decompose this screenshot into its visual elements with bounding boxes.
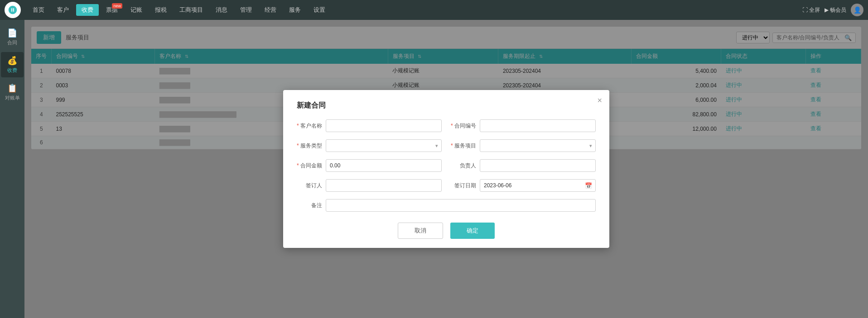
cancel-button[interactable]: 取消 — [398, 223, 443, 239]
contract-icon: 📄 — [7, 28, 17, 38]
field-sign-date: 签订日期 — [451, 179, 596, 192]
nav-right: ⛶ 全屏 ▶ 畅会员 👤 — [802, 4, 863, 16]
sidebar-item-billing[interactable]: 💰 收费 — [1, 52, 24, 77]
top-nav: 首页 客户 收费 票据 new 记账 报税 工商项目 消息 管理 经营 服务 设… — [0, 0, 868, 20]
nav-service[interactable]: 服务 — [284, 4, 306, 16]
sign-date-input[interactable] — [480, 179, 596, 192]
avatar-icon: 👤 — [854, 6, 861, 14]
field-service-type: 服务类型 — [297, 139, 442, 152]
field-contract-amount: 合同金额 — [297, 159, 442, 172]
nav-bookkeeping[interactable]: 记账 — [125, 4, 148, 16]
contract-no-label: 合同编号 — [451, 122, 476, 130]
nav-settings[interactable]: 设置 — [308, 4, 331, 16]
service-item-select-wrapper — [480, 139, 596, 152]
nav-commerce[interactable]: 工商项目 — [174, 4, 208, 16]
signer-input[interactable] — [326, 179, 442, 192]
content-area: 新增 服务项目 进行中 已完成 已取消 🔍 — [24, 20, 868, 318]
member-button[interactable]: ▶ 畅会员 — [825, 6, 846, 14]
statement-icon: 📋 — [7, 83, 17, 93]
nav-invoice[interactable]: 票据 new — [101, 4, 123, 16]
field-contract-no: 合同编号 — [451, 119, 596, 132]
field-customer-name: 客户名称 — [297, 119, 442, 132]
nav-billing[interactable]: 收费 — [76, 4, 99, 16]
sidebar-item-statement[interactable]: 📋 对账单 — [1, 80, 24, 105]
service-item-label: 服务项目 — [451, 142, 476, 150]
fullscreen-icon: ⛶ — [802, 7, 808, 13]
responsible-input[interactable] — [480, 159, 596, 172]
contract-no-input[interactable] — [480, 119, 596, 132]
field-signer: 签订人 — [297, 179, 442, 192]
main-layout: 📄 合同 💰 收费 📋 对账单 新增 服务项目 进行中 已完成 已取消 — [0, 20, 868, 318]
remark-label: 备注 — [297, 202, 322, 209]
play-icon: ▶ — [825, 7, 829, 13]
service-type-select[interactable] — [326, 139, 442, 152]
signer-label: 签订人 — [297, 182, 322, 190]
service-item-select[interactable] — [480, 139, 596, 152]
responsible-label: 负责人 — [451, 162, 476, 170]
nav-items: 首页 客户 收费 票据 new 记账 报税 工商项目 消息 管理 经营 服务 设… — [27, 4, 802, 16]
nav-message[interactable]: 消息 — [210, 4, 233, 16]
customer-name-input[interactable] — [326, 119, 442, 132]
modal-title: 新建合同 — [297, 101, 596, 110]
remark-input[interactable] — [326, 199, 596, 212]
sidebar-item-contract[interactable]: 📄 合同 — [1, 24, 24, 50]
service-type-select-wrapper — [326, 139, 442, 152]
customer-name-label: 客户名称 — [297, 122, 322, 130]
sidebar: 📄 合同 💰 收费 📋 对账单 — [0, 20, 24, 318]
modal-footer: 取消 确定 — [297, 223, 596, 239]
nav-home[interactable]: 首页 — [27, 4, 50, 16]
field-remark: 备注 — [297, 199, 596, 212]
modal-overlay: 新建合同 × 客户名称 合同编号 服务类型 — [24, 20, 868, 318]
fullscreen-button[interactable]: ⛶ 全屏 — [802, 6, 820, 14]
contract-amount-input[interactable] — [326, 159, 442, 172]
field-responsible: 负责人 — [451, 159, 596, 172]
billing-icon: 💰 — [7, 56, 17, 66]
sign-date-label: 签订日期 — [451, 182, 476, 190]
new-badge: new — [112, 3, 122, 9]
logo — [5, 2, 21, 18]
contract-amount-label: 合同金额 — [297, 162, 322, 170]
field-service-item: 服务项目 — [451, 139, 596, 152]
nav-operation[interactable]: 经营 — [259, 4, 282, 16]
modal-close-button[interactable]: × — [597, 96, 602, 104]
nav-manage[interactable]: 管理 — [235, 4, 257, 16]
form-grid: 客户名称 合同编号 服务类型 — [297, 119, 596, 212]
sign-date-wrapper — [480, 179, 596, 192]
service-type-label: 服务类型 — [297, 142, 322, 150]
modal-dialog: 新建合同 × 客户名称 合同编号 服务类型 — [283, 90, 609, 248]
nav-customer[interactable]: 客户 — [52, 4, 74, 16]
avatar[interactable]: 👤 — [851, 4, 863, 16]
confirm-button[interactable]: 确定 — [450, 223, 495, 239]
nav-tax[interactable]: 报税 — [149, 4, 172, 16]
